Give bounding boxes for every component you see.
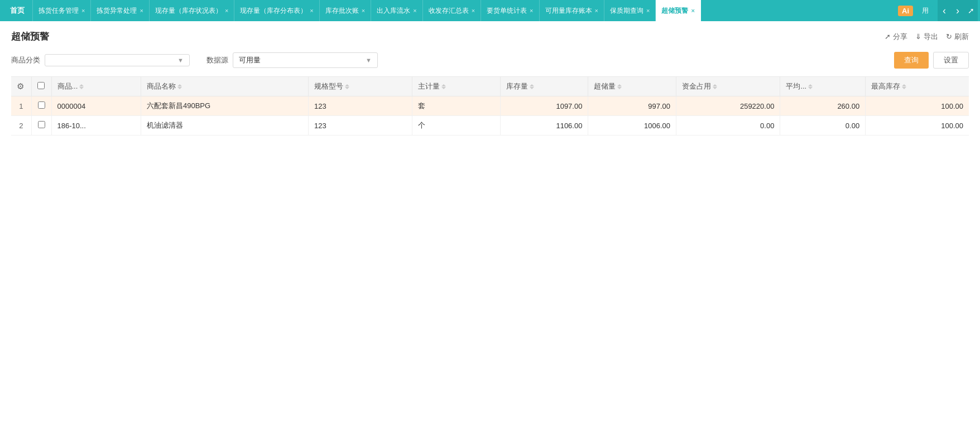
col-max-stock: 最高库存 [866,77,969,96]
nav-tab-3[interactable]: 现存量（库存状况表）× [150,0,234,21]
cell-capital: 259220.00 [676,96,780,116]
nav-tab-5[interactable]: 库存批次账× [320,0,371,21]
col-product-name: 商品名称 [141,77,309,96]
nav-tab-8[interactable]: 要货单统计表× [481,0,539,21]
refresh-icon: ↻ [946,32,952,41]
nav-tab-close-5[interactable]: × [362,7,365,14]
chevron-down-icon: ▼ [177,57,184,64]
cell-max-stock: 100.00 [866,96,969,116]
datasource-select-text: 可用量 [239,55,261,65]
action-buttons: 查询 设置 [894,52,969,69]
share-button[interactable]: ➚ 分享 [885,32,907,42]
nav-tab-11[interactable]: 超储预警× [656,0,700,21]
select-all-checkbox[interactable] [37,82,45,89]
col-checkbox-header [31,77,51,96]
sort-icon-over-stock [617,84,622,89]
sort-icon-unit [441,84,446,89]
nav-arrow-left[interactable]: ‹ [938,0,951,21]
avatar[interactable]: 用 [917,3,933,18]
sort-icon-avg [808,84,813,89]
col-avg: 平均... [780,77,866,96]
nav-tab-label-2: 拣货异常处理 [97,6,137,16]
query-button[interactable]: 查询 [894,52,929,69]
nav-tab-6[interactable]: 出入库流水× [371,0,422,21]
datasource-filter: 数据源 可用量 ▼ [206,52,378,68]
cell-checkbox[interactable] [31,96,51,116]
nav-tab-label-3: 现存量（库存状况表） [155,6,222,16]
nav-tab-close-1[interactable]: × [81,7,85,14]
cell-max-stock: 100.00 [866,116,969,135]
nav-tab-label-6: 出入库流水 [377,6,410,16]
filter-row: 商品分类 ▼ 数据源 可用量 ▼ 查询 设置 [11,52,969,69]
table-row: 2186-10...机油滤清器123个1106.001006.000.000.0… [11,116,969,135]
refresh-button[interactable]: ↻ 刷新 [946,32,969,42]
cell-row-num: 1 [11,96,31,116]
header-actions: ➚ 分享 ⇓ 导出 ↻ 刷新 [885,32,969,42]
sort-spec[interactable]: 规格型号 [314,81,349,91]
export-button[interactable]: ⇓ 导出 [915,32,938,42]
nav-tab-0[interactable]: 首页 [2,0,33,21]
sort-product-code[interactable]: 商品... [57,81,84,91]
nav-tab-close-9[interactable]: × [595,7,598,14]
nav-tab-4[interactable]: 现存量（库存分布表）× [234,0,319,21]
cell-capital: 0.00 [676,116,780,135]
category-select[interactable]: ▼ [45,54,190,66]
cell-spec: 123 [308,116,412,135]
nav-tab-close-6[interactable]: × [413,7,416,14]
setting-button[interactable]: 设置 [933,52,969,69]
sort-icon-max-stock [902,84,906,89]
cell-avg: 260.00 [780,96,866,116]
nav-tab-7[interactable]: 收发存汇总表× [423,0,481,21]
top-navigation: 首页拣货任务管理×拣货异常处理×现存量（库存状况表）×现存量（库存分布表）×库存… [0,0,980,21]
cell-checkbox[interactable] [31,116,51,135]
nav-tab-close-2[interactable]: × [140,7,143,14]
nav-tab-close-7[interactable]: × [472,7,475,14]
refresh-label: 刷新 [954,32,969,42]
sort-icon-product-code [79,84,84,89]
cell-product-name: 六配套新昌490BPG [141,96,309,116]
sort-max-stock[interactable]: 最高库存 [871,81,906,91]
sort-over-stock[interactable]: 超储量 [594,81,622,91]
sort-product-name[interactable]: 商品名称 [147,81,182,91]
cell-over-stock: 1006.00 [588,116,676,135]
sort-unit[interactable]: 主计量 [418,81,446,91]
nav-tab-9[interactable]: 可用量库存账本× [540,0,604,21]
nav-tab-close-10[interactable]: × [646,7,650,14]
nav-tab-10[interactable]: 保质期查询× [604,0,656,21]
nav-tab-close-8[interactable]: × [530,7,533,14]
cell-unit: 个 [412,116,501,135]
nav-tab-label-0: 首页 [10,6,25,16]
ai-badge[interactable]: Ai [898,6,913,16]
row-checkbox-0[interactable] [38,101,45,109]
nav-arrow-right[interactable]: › [951,0,964,21]
table-header-row: ⚙ 商品... 商品名称 [11,77,969,96]
share-icon: ➚ [885,32,891,41]
nav-tab-label-10: 保质期查询 [610,6,643,16]
sort-avg[interactable]: 平均... [786,81,813,91]
nav-tab-label-8: 要货单统计表 [487,6,527,16]
cell-product-name: 机油滤清器 [141,116,309,135]
settings-gear-icon[interactable]: ⚙ [17,81,24,91]
col-product-code: 商品... [51,77,141,96]
datasource-select[interactable]: 可用量 ▼ [233,52,378,68]
cell-product-code: 186-10... [51,116,141,135]
nav-tab-1[interactable]: 拣货任务管理× [33,0,91,21]
col-unit: 主计量 [412,77,501,96]
sort-icon-spec [345,84,349,89]
nav-tab-close-3[interactable]: × [225,7,228,14]
nav-tab-close-4[interactable]: × [310,7,313,14]
cell-unit: 套 [412,96,501,116]
row-checkbox-1[interactable] [38,121,45,128]
sort-icon-product-name [177,84,182,89]
nav-arrow-expand[interactable]: ➚ [964,0,978,21]
cell-product-code: 0000004 [51,96,141,116]
nav-tab-2[interactable]: 拣货异常处理× [91,0,149,21]
sort-icon-capital [713,84,717,89]
sort-stock[interactable]: 库存量 [506,81,534,91]
col-over-stock: 超储量 [588,77,676,96]
category-label: 商品分类 [11,55,40,65]
cell-stock: 1106.00 [500,116,588,135]
sort-capital[interactable]: 资金占用 [682,81,717,91]
nav-tab-label-9: 可用量库存账本 [545,6,592,16]
nav-tab-close-11[interactable]: × [691,7,694,14]
